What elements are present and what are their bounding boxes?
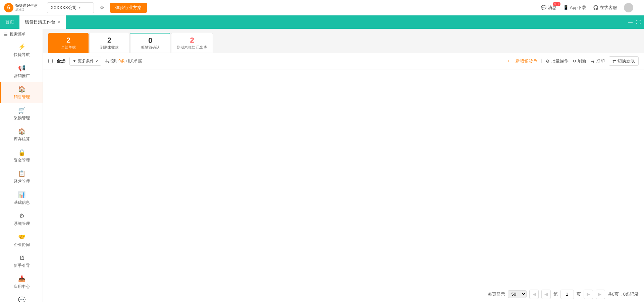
tab-expand-icon[interactable]: ⛶ [636,19,641,25]
current-page-input[interactable] [560,290,574,299]
system-label: 系统管理 [14,221,30,227]
enterprise-icon: 🤝 [18,233,25,241]
sidebar-item-enterprise[interactable]: 🤝 企业协同 [0,230,43,251]
sidebar-item-sales-mgmt[interactable]: 🏠 销售管理 [0,82,43,103]
tab-minimize-icon[interactable]: — [628,19,633,25]
print-icon: 🖨 [590,59,595,64]
app-download-button[interactable]: 📱 App下载 [563,5,586,11]
sidebar-item-search-menu[interactable]: ☰ 搜索菜单 [0,29,43,40]
sidebar-item-system[interactable]: ⚙ 系统管理 [0,209,43,230]
filter-tab-overdue[interactable]: 2 到期未收款 [89,33,129,53]
tab-work-bench[interactable]: 钱货日清工作台 ✕ [19,15,66,29]
table-area [43,69,644,286]
message-button[interactable]: 💬 消息 99+ [541,5,556,11]
tab-close-icon[interactable]: ✕ [57,20,60,24]
add-sale-order-button[interactable]: ＋ + 新增销货单 [506,58,537,64]
inventory-label: 库存核算 [14,136,30,142]
page-size-select[interactable]: 50 20 100 [508,290,527,298]
message-icon: 💬 [541,5,546,10]
filter-tab-overdue-out-count: 2 [190,36,194,45]
message-badge: 99+ [553,2,560,6]
page-label-pre: 第 [553,291,558,297]
pagination-bar: 每页显示 50 20 100 |◀ ◀ 第 页 ▶ ▶| 共0页，0条记录 [43,286,644,302]
user-avatar[interactable] [624,3,633,12]
add-label: + 新增销货单 [512,58,537,64]
switch-icon: ⇄ [612,59,616,64]
filter-tab-all-label: 全部单据 [61,45,76,50]
next-page-button[interactable]: ▶ [584,290,593,299]
found-count: 0条 [118,59,125,63]
sidebar-item-weixin[interactable]: 💬 企业微信 [0,293,43,302]
print-label: 打印 [596,58,605,64]
filter-tab-overdue-count: 2 [107,36,111,45]
prev-page-button[interactable]: ◀ [541,290,551,299]
select-all-checkbox[interactable] [48,59,53,63]
sidebar-item-basic-info[interactable]: 📊 基础信息 [0,188,43,209]
filter-tab-overdue-out[interactable]: 2 到期未收款 已出库 [171,33,213,53]
filter-tab-all-count: 2 [66,36,70,45]
last-page-button[interactable]: ▶| [596,290,605,299]
experience-button[interactable]: 体验行业方案 [110,3,147,13]
add-icon: ＋ [506,58,511,64]
sidebar-item-newbie[interactable]: 🖥 新手引导 [0,251,43,272]
sidebar: ☰ 搜索菜单 ⚡ 快捷导航 📢 营销推广 🏠 销售管理 🛒 采购管理 🏠 库存核… [0,29,43,302]
quick-nav-icon: ⚡ [18,43,25,51]
app-center-label: 应用中心 [14,284,30,290]
filter-tabs: 2 全部单据 2 到期未收款 0 旺辅待确认 2 到期未收款 已出库 [43,29,644,53]
batch-operation-button[interactable]: ⚙ 批量操作 [546,58,569,64]
filter-tab-wangwang-count: 0 [148,36,152,45]
more-filter-button[interactable]: ▼ 更多条件 ∨ [69,57,101,66]
chevron-down-icon: ▾ [79,6,80,9]
sidebar-item-quick-nav[interactable]: ⚡ 快捷导航 [0,40,43,61]
sidebar-item-operations[interactable]: 📋 经营管理 [0,167,43,188]
weixin-icon: 💬 [18,296,25,302]
filter-tab-wangwang-label: 旺辅待确认 [141,45,160,50]
operations-icon: 📋 [18,170,25,177]
filter-tab-overdue-out-label: 到期未收款 已出库 [177,45,207,50]
capital-icon: 🔒 [18,149,25,156]
purchase-icon: 🛒 [18,107,25,114]
filter-tab-all[interactable]: 2 全部单据 [48,33,89,53]
app-download-label: App下载 [570,5,586,11]
top-header: 6 畅捷通好生意 标准版 XXXXXX公司 ▾ ⚙ 体验行业方案 💬 消息 99… [0,0,644,15]
marketing-label: 营销推广 [14,73,30,79]
system-icon: ⚙ [19,212,24,220]
logo-text-block: 畅捷通好生意 标准版 [15,3,38,12]
batch-label: 批量操作 [551,58,569,64]
first-page-button[interactable]: |◀ [529,290,539,299]
refresh-button[interactable]: ↻ 刷新 [573,58,586,64]
sidebar-item-purchase[interactable]: 🛒 采购管理 [0,103,43,124]
sales-icon: 🏠 [18,85,25,93]
switch-new-version-button[interactable]: ⇄ 切换新版 [609,56,639,66]
newbie-label: 新手引导 [14,263,30,268]
sidebar-item-app-center[interactable]: 📥 应用中心 [0,272,43,293]
print-button[interactable]: 🖨 打印 [590,58,605,64]
total-text: 共0页，0条记录 [608,291,639,297]
capital-label: 资金管理 [14,158,30,163]
sidebar-item-inventory[interactable]: 🏠 库存核算 [0,124,43,145]
tab-home[interactable]: 首页 [0,15,19,29]
search-menu-icon: ☰ [4,32,8,37]
switch-label: 切换新版 [618,58,635,64]
select-all-label: 全选 [57,58,65,64]
page-label-post: 页 [577,291,581,297]
refresh-label: 刷新 [578,58,586,64]
app-logo-icon: 6 [4,3,13,12]
app-title: 畅捷通好生意 [15,3,38,8]
toolbar-right: ＋ + 新增销货单 ⚙ 批量操作 ↻ 刷新 🖨 打印 ⇄ [506,56,639,66]
tab-bar-actions: — ⛶ [628,19,644,25]
newbie-icon: 🖥 [19,254,25,261]
basic-info-label: 基础信息 [14,200,30,205]
header-right: 💬 消息 99+ 📱 App下载 🎧 在线客服 [541,3,640,12]
online-service-button[interactable]: 🎧 在线客服 [593,5,617,11]
batch-icon: ⚙ [546,59,550,64]
tab-bar: 首页 钱货日清工作台 ✕ — ⛶ [0,15,644,29]
more-filter-label: 更多条件 [78,58,94,64]
sidebar-item-marketing[interactable]: 📢 营销推广 [0,61,43,82]
company-selector[interactable]: XXXXXX公司 ▾ [47,2,94,13]
filter-tab-wangwang[interactable]: 0 旺辅待确认 [130,33,170,53]
filter-tab-overdue-label: 到期未收款 [100,45,119,50]
purchase-label: 采购管理 [14,115,30,121]
sidebar-item-capital[interactable]: 🔒 资金管理 [0,145,43,167]
settings-button[interactable]: ⚙ [97,2,107,13]
